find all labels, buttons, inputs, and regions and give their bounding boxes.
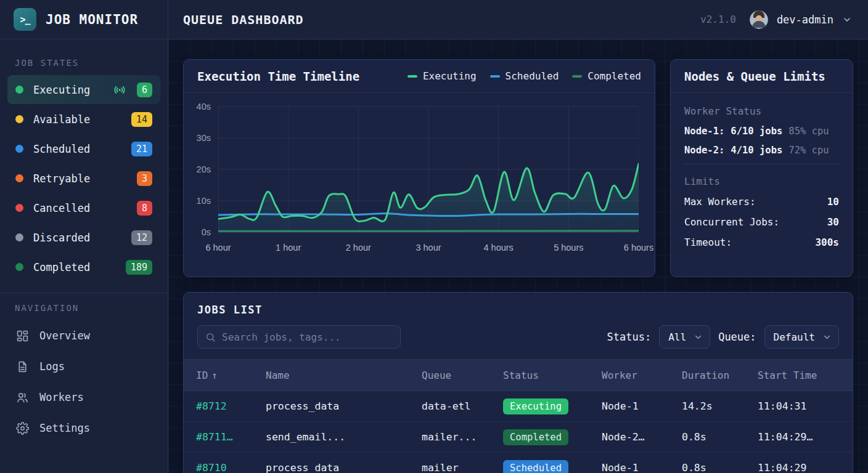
- job-queue: mailer: [422, 462, 503, 473]
- jobs-list-panel: JOBS LIST Status: All Queue: Default ID↑…: [183, 292, 853, 473]
- sidebar-state-item[interactable]: Discarded 12: [7, 223, 160, 252]
- jobs-table-header: ID↑NameQueueStatusWorkerDurationStart Ti…: [184, 359, 853, 391]
- chevron-down-icon: [694, 333, 703, 342]
- sidebar-state-item[interactable]: Retryable 3: [7, 164, 160, 193]
- worker-status-label: Worker Status: [684, 105, 839, 117]
- nav-item-label: Settings: [39, 422, 90, 434]
- table-row[interactable]: #8712 process_data data-etl Executing No…: [184, 391, 853, 422]
- state-count-badge: 8: [137, 201, 152, 216]
- execution-time-panel: Execution Time Timeline ExecutingSchedul…: [183, 59, 655, 277]
- node-name: Node-2:: [684, 145, 724, 156]
- table-row[interactable]: #8711… send_email... mailer... Completed…: [184, 422, 853, 453]
- status-filter-select[interactable]: All: [659, 325, 710, 349]
- legend-dash-icon: [490, 75, 500, 78]
- nodes-limits-panel: Nodes & Queue Limits Worker Status Node-…: [670, 59, 853, 277]
- node-jobs: 6/10 jobs: [731, 126, 782, 137]
- state-dot-icon: [15, 233, 23, 241]
- avatar[interactable]: [750, 10, 768, 29]
- queue-filter-label: Queue:: [718, 331, 756, 343]
- live-broadcast-icon: [112, 83, 127, 97]
- job-queue: mailer...: [422, 431, 503, 443]
- jobs-table-body: #8712 process_data data-etl Executing No…: [184, 391, 853, 473]
- queue-filter-select[interactable]: Default: [764, 325, 839, 349]
- navigation-list: Overview Logs Workers Settings: [0, 320, 168, 443]
- page-title: QUEUE DASHBOARD: [183, 12, 304, 27]
- sort-asc-icon: ↑: [211, 370, 218, 381]
- legend-label: Completed: [588, 70, 641, 82]
- state-dot-icon: [15, 115, 23, 123]
- chart-plot-area: [218, 103, 639, 237]
- jobs-list-title: JOBS LIST: [184, 293, 853, 316]
- status-filter-value: All: [668, 331, 686, 343]
- terminal-logo-icon: >_: [14, 8, 36, 31]
- sidebar-nav-item[interactable]: Workers: [0, 382, 168, 413]
- job-start-time: 11:04:29: [758, 462, 840, 473]
- state-label: Available: [33, 113, 90, 126]
- topbar: >_ JOB MONITOR QUEUE DASHBOARD v2.1.0 de…: [0, 0, 868, 39]
- sidebar-state-item[interactable]: Executing 6: [7, 75, 160, 104]
- x-tick-label: 5 hours: [554, 243, 583, 253]
- legend-label: Executing: [423, 70, 477, 82]
- job-name: process_data: [266, 400, 422, 412]
- state-count-badge: 189: [126, 260, 152, 275]
- state-label: Discarded: [33, 232, 90, 244]
- table-row[interactable]: #8710 process_data mailer Scheduled Node…: [184, 453, 853, 473]
- job-duration: 14.2s: [682, 400, 758, 412]
- sidebar-divider: [0, 293, 168, 293]
- node-cpu: 85% cpu: [788, 126, 829, 137]
- limits-list: Max Workers: 10 Concurrent Jobs: 30 Time…: [684, 196, 839, 248]
- job-status-cell: Completed: [503, 429, 602, 445]
- y-tick-label: 0s: [202, 227, 211, 237]
- node-jobs: 4/10 jobs: [731, 145, 782, 156]
- state-dot-icon: [15, 86, 23, 94]
- state-dot-icon: [15, 204, 23, 212]
- users-icon: [16, 391, 29, 404]
- sidebar-state-item[interactable]: Scheduled 21: [7, 134, 160, 163]
- job-start-time: 11:04:29…: [758, 431, 840, 443]
- job-id-link[interactable]: #8710: [196, 462, 266, 473]
- worker-status-row: Node-2: 4/10 jobs 72% cpu: [684, 145, 839, 156]
- x-tick-label: 2 hour: [346, 243, 371, 253]
- chevron-down-icon[interactable]: [842, 15, 852, 25]
- column-header-worker: Worker: [602, 370, 682, 381]
- job-id-link[interactable]: #8711…: [196, 431, 266, 443]
- worker-status-row: Node-1: 6/10 jobs 85% cpu: [684, 126, 839, 137]
- chart-y-axis: 40s30s20s10s0s: [191, 103, 218, 237]
- state-label: Cancelled: [33, 202, 90, 214]
- job-start-time: 11:04:31: [758, 400, 840, 412]
- chevron-down-icon: [822, 333, 832, 342]
- state-label: Executing: [33, 84, 90, 96]
- job-worker: Node-2…: [602, 431, 682, 443]
- state-count-badge: 21: [131, 142, 152, 156]
- user-menu[interactable]: dev-admin: [777, 14, 833, 26]
- jobs-filters: Status: All Queue: Default: [607, 325, 839, 349]
- sidebar-nav-item[interactable]: Settings: [0, 413, 168, 443]
- nodes-panel-body: Worker Status Node-1: 6/10 jobs 85% cpu …: [671, 93, 853, 248]
- sidebar-state-item[interactable]: Cancelled 8: [7, 193, 160, 222]
- column-header-queue: Queue: [422, 370, 503, 381]
- y-tick-label: 10s: [197, 196, 211, 206]
- sidebar-nav-item[interactable]: Logs: [0, 351, 168, 382]
- column-header-name: Name: [266, 370, 422, 381]
- limit-label: Timeout:: [684, 236, 732, 248]
- sidebar-state-item[interactable]: Completed 189: [7, 253, 160, 281]
- sidebar-state-item[interactable]: Available 14: [7, 105, 160, 134]
- job-id-link[interactable]: #8712: [196, 400, 266, 412]
- dashboard-icon: [16, 329, 29, 342]
- state-label: Completed: [33, 261, 90, 273]
- limit-value: 30: [827, 216, 839, 228]
- column-header-id[interactable]: ID↑: [196, 370, 266, 381]
- state-count-badge: 12: [131, 230, 152, 245]
- x-tick-label: 3 hour: [416, 243, 441, 253]
- jobs-controls: Status: All Queue: Default: [197, 325, 839, 349]
- limits-label: Limits: [684, 176, 839, 187]
- sidebar-nav-item[interactable]: Overview: [0, 320, 168, 351]
- x-tick-label: 6 hour: [205, 243, 231, 253]
- search-box[interactable]: [197, 325, 401, 349]
- state-count-badge: 6: [137, 83, 152, 97]
- job-duration: 0.8s: [682, 431, 758, 443]
- search-input[interactable]: [222, 331, 393, 343]
- node-cpu: 72% cpu: [788, 145, 829, 156]
- limit-row: Timeout: 300s: [684, 236, 839, 248]
- nodes-divider: [684, 164, 839, 164]
